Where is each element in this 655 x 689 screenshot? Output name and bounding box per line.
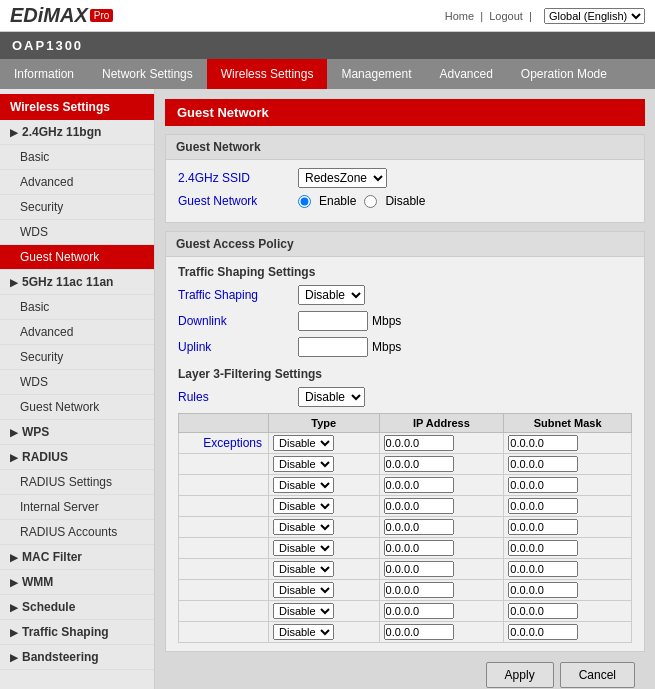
tab-operation-mode[interactable]: Operation Mode bbox=[507, 59, 621, 89]
sidebar-item-schedule: Schedule bbox=[22, 600, 75, 614]
disable-label: Disable bbox=[385, 194, 425, 208]
exception-type-select-7[interactable]: Disable bbox=[273, 582, 334, 598]
exception-ip-input-4[interactable] bbox=[384, 519, 454, 535]
exception-ip-input-6[interactable] bbox=[384, 561, 454, 577]
table-row: Disable bbox=[179, 622, 632, 643]
exception-ip-input-8[interactable] bbox=[384, 603, 454, 619]
exception-mask-input-5[interactable] bbox=[508, 540, 578, 556]
exception-type-select-9[interactable]: Disable bbox=[273, 624, 334, 640]
sidebar-item-advanced-5[interactable]: Advanced bbox=[0, 320, 154, 345]
exception-ip-input-0[interactable] bbox=[384, 435, 454, 451]
sidebar-item-advanced-2.4[interactable]: Advanced bbox=[0, 170, 154, 195]
exception-ip-input-9[interactable] bbox=[384, 624, 454, 640]
sidebar-item-internal-server[interactable]: Internal Server bbox=[0, 495, 154, 520]
sidebar-item-basic-5[interactable]: Basic bbox=[0, 295, 154, 320]
guest-network-panel-header: Guest Network bbox=[166, 135, 644, 160]
sidebar-item-wds-5[interactable]: WDS bbox=[0, 370, 154, 395]
sidebar-section-bandsteering[interactable]: ▶ Bandsteering bbox=[0, 645, 154, 670]
table-row: Disable bbox=[179, 580, 632, 601]
exception-ip-input-1[interactable] bbox=[384, 456, 454, 472]
logout-link[interactable]: Logout bbox=[489, 10, 523, 22]
downlink-row: Downlink 0 Mbps bbox=[178, 311, 632, 331]
sidebar-item-security-5[interactable]: Security bbox=[0, 345, 154, 370]
sidebar: Wireless Settings ▶ 2.4GHz 11bgn Basic A… bbox=[0, 89, 155, 689]
exception-type-select-3[interactable]: Disable bbox=[273, 498, 334, 514]
table-row: Disable bbox=[179, 517, 632, 538]
downlink-unit: Mbps bbox=[372, 314, 401, 328]
downlink-input[interactable]: 0 bbox=[298, 311, 368, 331]
exception-ip-input-5[interactable] bbox=[384, 540, 454, 556]
exception-ip-input-3[interactable] bbox=[384, 498, 454, 514]
sidebar-section-label-5ghz: 5GHz 11ac 11an bbox=[22, 275, 113, 289]
arrow-icon-wmm: ▶ bbox=[10, 577, 18, 588]
enable-label: Enable bbox=[319, 194, 356, 208]
sidebar-item-security-2.4[interactable]: Security bbox=[0, 195, 154, 220]
rules-select[interactable]: Disable Enable bbox=[298, 387, 365, 407]
guest-network-radio-group: Enable Disable bbox=[298, 194, 425, 208]
sidebar-section-wps[interactable]: ▶ WPS bbox=[0, 420, 154, 445]
exception-mask-input-1[interactable] bbox=[508, 456, 578, 472]
sidebar-section-traffic-shaping[interactable]: ▶ Traffic Shaping bbox=[0, 620, 154, 645]
sidebar-section-radius[interactable]: ▶ RADIUS bbox=[0, 445, 154, 470]
sidebar-item-basic-2.4[interactable]: Basic bbox=[0, 145, 154, 170]
traffic-shaping-row: Traffic Shaping Disable Enable bbox=[178, 285, 632, 305]
table-row: Disable bbox=[179, 601, 632, 622]
exception-ip-input-2[interactable] bbox=[384, 477, 454, 493]
guest-network-row: Guest Network Enable Disable bbox=[178, 194, 632, 208]
sidebar-item-guest-network-2.4[interactable]: Guest Network bbox=[0, 245, 154, 270]
exception-mask-input-4[interactable] bbox=[508, 519, 578, 535]
access-policy-panel-header: Guest Access Policy bbox=[166, 232, 644, 257]
disable-radio[interactable] bbox=[364, 195, 377, 208]
col-type-header: Type bbox=[269, 414, 380, 433]
sidebar-item-bandsteering: Bandsteering bbox=[22, 650, 99, 664]
home-link[interactable]: Home bbox=[445, 10, 474, 22]
exception-mask-input-7[interactable] bbox=[508, 582, 578, 598]
exception-type-select-8[interactable]: Disable bbox=[273, 603, 334, 619]
exception-type-select-0[interactable]: Disable bbox=[273, 435, 334, 451]
apply-button[interactable]: Apply bbox=[486, 662, 554, 688]
exception-mask-input-6[interactable] bbox=[508, 561, 578, 577]
exception-type-select-2[interactable]: Disable bbox=[273, 477, 334, 493]
tab-network-settings[interactable]: Network Settings bbox=[88, 59, 207, 89]
sidebar-section-wmm[interactable]: ▶ WMM bbox=[0, 570, 154, 595]
traffic-shaping-select[interactable]: Disable Enable bbox=[298, 285, 365, 305]
exceptions-table: Type IP Address Subnet Mask ExceptionsDi… bbox=[178, 413, 632, 643]
arrow-icon-schedule: ▶ bbox=[10, 602, 18, 613]
arrow-icon-bandsteering: ▶ bbox=[10, 652, 18, 663]
exception-mask-input-9[interactable] bbox=[508, 624, 578, 640]
exception-type-select-5[interactable]: Disable bbox=[273, 540, 334, 556]
exception-ip-input-7[interactable] bbox=[384, 582, 454, 598]
sidebar-item-guest-network-5[interactable]: Guest Network bbox=[0, 395, 154, 420]
tab-information[interactable]: Information bbox=[0, 59, 88, 89]
button-row: Apply Cancel bbox=[165, 662, 645, 688]
sidebar-item-wds-2.4[interactable]: WDS bbox=[0, 220, 154, 245]
table-row: Disable bbox=[179, 496, 632, 517]
uplink-input[interactable]: 0 bbox=[298, 337, 368, 357]
sidebar-section-5ghz[interactable]: ▶ 5GHz 11ac 11an bbox=[0, 270, 154, 295]
sidebar-section-2.4ghz[interactable]: ▶ 2.4GHz 11bgn bbox=[0, 120, 154, 145]
exception-type-select-1[interactable]: Disable bbox=[273, 456, 334, 472]
ssid-select[interactable]: RedesZone bbox=[298, 168, 387, 188]
exception-mask-input-2[interactable] bbox=[508, 477, 578, 493]
tab-wireless-settings[interactable]: Wireless Settings bbox=[207, 59, 328, 89]
logo-edimax: EDiMAX bbox=[10, 4, 88, 27]
sidebar-section-schedule[interactable]: ▶ Schedule bbox=[0, 595, 154, 620]
language-select[interactable]: Global (English) bbox=[544, 8, 645, 24]
sidebar-section-mac-filter[interactable]: ▶ MAC Filter bbox=[0, 545, 154, 570]
exception-mask-input-8[interactable] bbox=[508, 603, 578, 619]
uplink-row: Uplink 0 Mbps bbox=[178, 337, 632, 357]
arrow-icon-radius: ▶ bbox=[10, 452, 18, 463]
exception-type-select-6[interactable]: Disable bbox=[273, 561, 334, 577]
enable-radio[interactable] bbox=[298, 195, 311, 208]
content-area: Guest Network Guest Network 2.4GHz SSID … bbox=[155, 89, 655, 689]
tab-advanced[interactable]: Advanced bbox=[425, 59, 506, 89]
exception-type-select-4[interactable]: Disable bbox=[273, 519, 334, 535]
tab-management[interactable]: Management bbox=[327, 59, 425, 89]
exception-mask-input-0[interactable] bbox=[508, 435, 578, 451]
cancel-button[interactable]: Cancel bbox=[560, 662, 635, 688]
sidebar-item-radius-settings[interactable]: RADIUS Settings bbox=[0, 470, 154, 495]
sidebar-item-radius-accounts[interactable]: RADIUS Accounts bbox=[0, 520, 154, 545]
traffic-shaping-label: Traffic Shaping bbox=[178, 288, 298, 302]
exception-mask-input-3[interactable] bbox=[508, 498, 578, 514]
sidebar-item-mac-filter: MAC Filter bbox=[22, 550, 82, 564]
